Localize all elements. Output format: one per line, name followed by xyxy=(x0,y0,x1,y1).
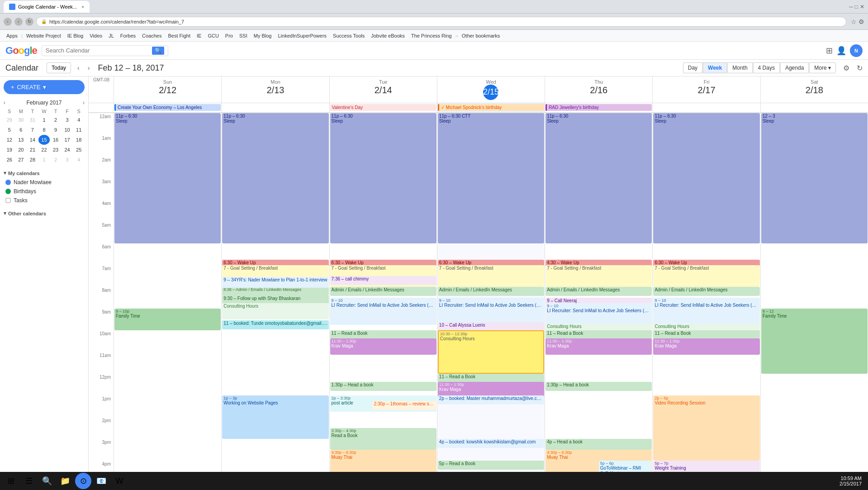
mini-day[interactable]: 13 xyxy=(15,135,27,145)
allday-tue[interactable]: Valentine's Day xyxy=(329,103,437,112)
mini-next-button[interactable]: › xyxy=(83,100,85,106)
day-col-mon[interactable]: 11p – 6:30 Sleep 6:30 – Wake Up 7 - Goal… xyxy=(221,113,329,490)
event-sleep-sat[interactable]: 12 – 3 Sleep xyxy=(761,113,868,243)
mini-day[interactable]: 1 xyxy=(38,155,50,165)
mini-day[interactable]: 18 xyxy=(73,135,85,145)
mini-day[interactable]: 12 xyxy=(4,135,15,145)
event-head-book2-tue[interactable]: 1:30p – Head a book xyxy=(330,382,436,391)
allday-sun[interactable]: Create Your Own Economy – Los Angeles xyxy=(114,103,221,112)
allday-event-create-economy[interactable]: Create Your Own Economy – Los Angeles xyxy=(114,104,221,111)
day-header-mon[interactable]: Mon 2/13 xyxy=(221,76,329,103)
event-admin-thu[interactable]: Admin / Emails / LinkedIn Messages xyxy=(545,287,652,296)
refresh-button[interactable]: ↻ xyxy=(857,64,863,72)
mini-day[interactable]: 19 xyxy=(4,145,15,155)
mini-day[interactable]: 20 xyxy=(15,145,27,155)
event-family-sun[interactable]: 9 – 10p Family Time xyxy=(114,309,221,330)
event-website-mon[interactable]: 1p – 3p Working on Website Pages xyxy=(222,395,328,439)
event-sleep-tue[interactable]: 11p – 6:30 Sleep xyxy=(330,113,436,243)
event-sleep-fri[interactable]: 11p – 6:30 Sleep xyxy=(653,113,759,243)
mini-day[interactable]: 10 xyxy=(62,125,73,135)
mini-day[interactable]: 8 xyxy=(38,125,50,135)
allday-mon[interactable] xyxy=(221,103,329,112)
address-bar[interactable]: 🔒 https://calendar.google.com/calendar/r… xyxy=(36,17,846,27)
start-button[interactable]: ⊞ xyxy=(3,473,19,489)
mini-day[interactable]: 4 xyxy=(73,155,85,165)
bm-best-fight[interactable]: Best Fight xyxy=(165,32,193,39)
view-4days[interactable]: 4 Days xyxy=(753,62,780,73)
day-header-fri[interactable]: Fri 2/17 xyxy=(652,76,760,103)
mini-day[interactable]: 14 xyxy=(27,135,38,145)
allday-sat[interactable] xyxy=(760,103,868,112)
prev-button[interactable]: ‹ xyxy=(76,63,81,72)
search-input[interactable] xyxy=(46,47,152,54)
event-goal-fri[interactable]: 7 - Goal Setting / Breakfast xyxy=(653,265,759,287)
view-day[interactable]: Day xyxy=(683,62,702,73)
mini-day[interactable]: 27 xyxy=(15,155,27,165)
event-thomas-tue[interactable]: 2:30p – 1thomas – review sess... xyxy=(372,401,436,410)
mini-day[interactable]: 25 xyxy=(73,145,85,155)
event-read-fri[interactable]: 11 – Read a Book xyxy=(653,330,759,339)
mini-day[interactable]: 4 xyxy=(73,115,85,125)
event-family-sat[interactable]: 9 – 12 Family Time xyxy=(761,309,868,374)
day-header-sun[interactable]: Sun 2/12 xyxy=(114,76,221,103)
bm-my-blog[interactable]: My Blog xyxy=(251,32,275,39)
event-goal-thu[interactable]: 7 - Goal Setting / Breakfast xyxy=(545,265,652,287)
day-header-tue[interactable]: Tue 2/14 xyxy=(329,76,437,103)
bm-jl[interactable]: JL xyxy=(106,32,117,39)
event-sleep-mon[interactable]: 11p – 6:30 Sleep xyxy=(222,113,328,243)
view-month[interactable]: Month xyxy=(727,62,752,73)
bm-princess-ring[interactable]: The Princess Ring xyxy=(408,32,455,39)
event-consulting-wed[interactable]: 10:30 – 12:30p Consulting Hours xyxy=(438,330,544,374)
event-admin-tue[interactable]: Admin / Emails / LinkedIn Messages xyxy=(330,287,436,296)
back-button[interactable]: ‹ xyxy=(4,18,12,26)
outlook-icon[interactable]: 📧 xyxy=(93,473,109,489)
mini-day[interactable]: 5 xyxy=(4,125,15,135)
allday-thu[interactable]: RAD Jewellery's birthday xyxy=(545,103,652,112)
day-header-sat[interactable]: Sat 2/18 xyxy=(760,76,868,103)
bm-ssi[interactable]: SSI xyxy=(237,32,250,39)
event-tunde-mon[interactable]: 11 – booked: Tunde omotoyobabatundee@gma… xyxy=(222,320,328,329)
bm-ie-blog[interactable]: IE Blog xyxy=(65,32,86,39)
day-col-tue[interactable]: 11p – 6:30 Sleep 6:30 – Wake Up 7 - Goal… xyxy=(329,113,437,490)
event-recruiter-fri[interactable]: 9 – 10 LI Recruiter: Send InMail to Acti… xyxy=(653,298,759,325)
allday-event-michael-bday[interactable]: ✓ Michael Spodnick's birthday xyxy=(438,104,544,111)
other-calendars-section[interactable]: ▾ Other calendars xyxy=(4,210,85,216)
bookmark-star[interactable]: ☆ xyxy=(851,18,857,25)
event-booked-muhammad-wed[interactable]: 2p – booked: Master muhammadmurtaza@live… xyxy=(438,395,544,404)
account-icon[interactable]: 👤 xyxy=(836,46,846,56)
reload-button[interactable]: ↻ xyxy=(25,18,33,26)
mini-day[interactable]: 7 xyxy=(27,125,38,135)
event-recruiter-wed[interactable]: 9 – 10 LI Recruiter: Send InMail to Acti… xyxy=(438,298,544,325)
file-explorer[interactable]: 📁 xyxy=(57,473,73,489)
day-col-thu[interactable]: 11p – 6:30 Sleep 4:30 – Wake Up 7 - Goal… xyxy=(545,113,652,490)
bm-website-project[interactable]: Website Project xyxy=(24,32,64,39)
extensions-icon[interactable]: ⚙ xyxy=(859,18,864,25)
event-krav-fri[interactable]: 11:30 – 1:30p Krav Maga xyxy=(653,338,759,355)
mini-day[interactable]: 2 xyxy=(50,155,62,165)
mini-day[interactable]: 31 xyxy=(27,115,38,125)
bm-ie[interactable]: IE xyxy=(194,32,204,39)
mini-day-today[interactable]: 15 xyxy=(38,135,50,145)
mini-day[interactable]: 26 xyxy=(4,155,15,165)
event-sleep-sun[interactable]: 11p – 6:30 Sleep xyxy=(114,113,221,243)
mini-day[interactable]: 23 xyxy=(50,145,62,155)
apps-icon[interactable]: ⊞ xyxy=(826,46,833,56)
allday-event-valentines[interactable]: Valentine's Day xyxy=(330,104,436,111)
search-button[interactable]: 🔍 xyxy=(152,47,164,55)
mini-day[interactable]: 2 xyxy=(50,115,62,125)
mini-day[interactable]: 3 xyxy=(62,115,73,125)
mini-day[interactable]: 1 xyxy=(38,115,50,125)
event-read2-tue[interactable]: 3:30p – 4:30p Read a Book xyxy=(330,428,436,450)
view-agenda[interactable]: Agenda xyxy=(780,62,809,73)
word-icon[interactable]: W xyxy=(111,473,128,489)
event-krav-thu[interactable]: 11:30 – 1:30p Krav Maga xyxy=(545,338,652,355)
event-call-chimmy-tue[interactable]: 7:36 – call chimmy xyxy=(330,276,436,285)
event-admin-wed[interactable]: Admin / Emails / LinkedIn Messages xyxy=(438,287,544,296)
event-admin-mon[interactable]: 8:38 – Admin / Emails / LinkedIn Message… xyxy=(222,287,328,296)
bm-forbes[interactable]: Forbes xyxy=(118,32,138,39)
day-col-wed[interactable]: 11p – 6:30 CTT Sleep 6:30 – Wake Up 7 - … xyxy=(437,113,545,490)
event-nader-plan-mon[interactable]: 9 – 34YR's: Nader Mowlaee to Plan 1-to-1… xyxy=(222,277,328,288)
mini-day[interactable]: 30 xyxy=(15,115,27,125)
mini-day[interactable]: 17 xyxy=(62,135,73,145)
next-button[interactable]: › xyxy=(86,63,92,72)
